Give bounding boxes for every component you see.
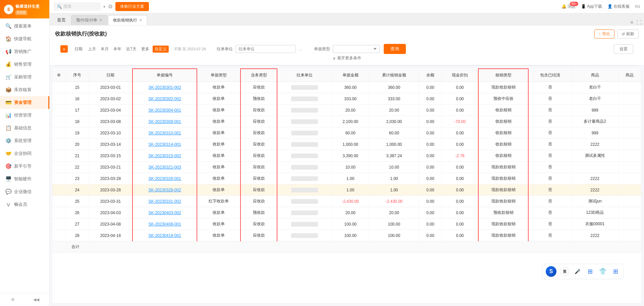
- td-verified: 1,000.00: [369, 139, 419, 150]
- sidebar-item-purchase[interactable]: 🛒采购管理: [0, 71, 49, 83]
- td-include: 否: [528, 139, 572, 150]
- td-partner: [277, 162, 331, 173]
- td-verify-type: 现款收款核销: [478, 230, 529, 241]
- sidebar-settings-btn[interactable]: ⚙: [3, 296, 23, 303]
- td-verified: 3,387.24: [369, 150, 419, 162]
- topbar-dropdown-chevron[interactable]: ▾: [103, 4, 105, 9]
- bill-no-link[interactable]: SK-20230310-001: [148, 131, 181, 135]
- td-include: 否: [528, 230, 572, 241]
- bill-no-link[interactable]: SK-20230328-001: [148, 176, 181, 181]
- bill-no-link[interactable]: SK-20230314-001: [148, 142, 181, 147]
- td-verified: 60.00: [369, 127, 419, 139]
- filter-toggle-btn[interactable]: »: [60, 45, 68, 53]
- filter-expand-btn[interactable]: ∨ 展开更多条件: [60, 54, 633, 62]
- td-gear: [52, 139, 66, 150]
- filter-date-custom[interactable]: 自定义: [153, 46, 169, 53]
- bill-no-link[interactable]: SK-20230403-002: [148, 210, 181, 215]
- expand-chevron-icon: ∨: [333, 56, 336, 61]
- bill-no-link[interactable]: SK-20230331-002: [148, 199, 181, 204]
- sidebar-icon-system: ⚙️: [5, 138, 11, 144]
- sidebar-item-member[interactable]: V畅会员: [0, 198, 49, 211]
- sidebar-item-finance[interactable]: 💳资金管理: [0, 96, 49, 109]
- query-btn[interactable]: 查询: [384, 44, 406, 54]
- filter-date-7days[interactable]: 近7天: [125, 46, 138, 53]
- bill-no-link[interactable]: SK-20230408-001: [148, 222, 181, 227]
- bill-no-link[interactable]: SK-20230418-001: [148, 233, 181, 238]
- bill-no-link[interactable]: SK-20230321-003: [148, 165, 181, 170]
- wm-shirt-icon[interactable]: 👕: [598, 267, 607, 276]
- filter-date-last-month[interactable]: 上月: [87, 46, 97, 53]
- topbar-search[interactable]: 🔍 搜索: [54, 2, 101, 11]
- th-gear[interactable]: ⚙: [52, 69, 66, 82]
- tab-payable[interactable]: 预付/应付单 ✕: [71, 15, 107, 25]
- td-date: 2023-03-28: [89, 173, 132, 184]
- industry-solution-btn[interactable]: 体验行业方案: [115, 2, 149, 11]
- td-balance: 0.00: [419, 127, 442, 139]
- sougou-icon[interactable]: S: [546, 266, 556, 277]
- tab-close-all-btn[interactable]: ✕: [630, 20, 634, 25]
- bill-no-link[interactable]: SK-20230308-001: [148, 119, 181, 124]
- td-product2: [618, 82, 641, 93]
- table-row: 27 2023-04-08 SK-20230408-001 收款单 应收款 10…: [52, 219, 641, 230]
- sidebar-collapse-btn[interactable]: ◀◀: [26, 296, 47, 303]
- td-include: 否: [528, 173, 572, 184]
- gear-icon[interactable]: ⚙: [57, 73, 61, 77]
- sidebar-item-basic[interactable]: 📋基础信息: [0, 122, 49, 134]
- filter-date-more[interactable]: 更多: [140, 46, 151, 53]
- tab-fullscreen-btn[interactable]: ⛶: [637, 20, 641, 25]
- td-bill-type: 收款单: [197, 150, 240, 162]
- sidebar-item-hardware[interactable]: 🖥️智能硬件: [0, 173, 49, 185]
- sidebar-item-sales[interactable]: 💰销售管理: [0, 58, 49, 71]
- bill-no-link[interactable]: SK-20230302-002: [148, 97, 181, 101]
- settings-btn[interactable]: 设置: [614, 44, 633, 54]
- td-no: 20: [66, 139, 89, 150]
- filter-partner-input[interactable]: [235, 45, 296, 53]
- td-discount: 0.00: [442, 219, 478, 230]
- td-no: 15: [66, 82, 89, 93]
- sidebar-label-basic: 基础信息: [14, 125, 32, 131]
- topbar-gear-icon[interactable]: ⚙: [108, 3, 113, 10]
- td-biz-type: 应收款: [240, 162, 277, 173]
- sidebar-item-inventory[interactable]: 📦库存核算: [0, 83, 49, 96]
- bill-no-link[interactable]: SK-20230315-002: [148, 154, 181, 158]
- filter-date-this-year[interactable]: 本年: [112, 46, 123, 53]
- sidebar-label-collab: 企业协同: [14, 150, 32, 157]
- sidebar-item-operation[interactable]: 📊经营管理: [0, 109, 49, 122]
- td-include: 否: [528, 150, 572, 162]
- sidebar-item-search[interactable]: 🔍搜索菜单: [0, 20, 49, 33]
- bill-no-link[interactable]: SK-20230328-002: [148, 188, 181, 192]
- sidebar-item-marketing[interactable]: 📢营销推广: [0, 45, 49, 58]
- sidebar-item-system[interactable]: ⚙️系统管理: [0, 134, 49, 147]
- tab-payable-close[interactable]: ✕: [99, 18, 102, 22]
- sidebar-item-collab[interactable]: 🤝企业协同: [0, 147, 49, 160]
- topbar-app-download[interactable]: 📱 App下载: [581, 4, 602, 9]
- bill-no-link[interactable]: SK-20230304-001: [148, 108, 181, 113]
- topbar-online-service[interactable]: 👤 在线客服: [607, 4, 630, 9]
- topbar-username: Rit: [635, 4, 640, 9]
- filter-bill-type-select[interactable]: [333, 45, 380, 53]
- sidebar-item-wechat[interactable]: 💬企业微信: [0, 185, 49, 198]
- td-include: 否: [528, 207, 572, 219]
- tab-home[interactable]: 首页: [52, 15, 70, 25]
- filter-date-this-month[interactable]: 本月: [99, 46, 110, 53]
- td-biz-type: 应收款: [240, 219, 277, 230]
- topbar-message-btn[interactable]: 🔔 消息 99+: [561, 4, 576, 9]
- sidebar-item-guide[interactable]: 🎯新手引导: [0, 160, 49, 173]
- filter-partner-more[interactable]: …: [299, 47, 303, 51]
- wm-grid-icon[interactable]: ⊞: [585, 267, 595, 276]
- wm-en-label[interactable]: 英: [560, 267, 569, 276]
- tab-receivable[interactable]: 收款核销执行 ✕: [108, 15, 147, 25]
- sidebar-item-quick[interactable]: 🏠快捷导航: [0, 33, 49, 45]
- wm-apps-icon[interactable]: ⊞: [611, 267, 620, 276]
- td-product: 多计量商品2: [572, 116, 618, 127]
- wm-mic-icon[interactable]: 🎤: [573, 267, 582, 276]
- export-btn[interactable]: ↑ 导出: [594, 29, 614, 39]
- td-product2: [618, 219, 641, 230]
- refresh-btn[interactable]: ↺ 刷新: [617, 29, 639, 39]
- td-product2: [618, 105, 641, 116]
- bill-no-link[interactable]: SK-20230301-002: [148, 85, 181, 90]
- td-biz-type: 应收款: [240, 105, 277, 116]
- td-date: 2023-03-31: [89, 196, 132, 207]
- tab-receivable-close[interactable]: ✕: [139, 18, 142, 22]
- td-amount: 1.00: [331, 173, 369, 184]
